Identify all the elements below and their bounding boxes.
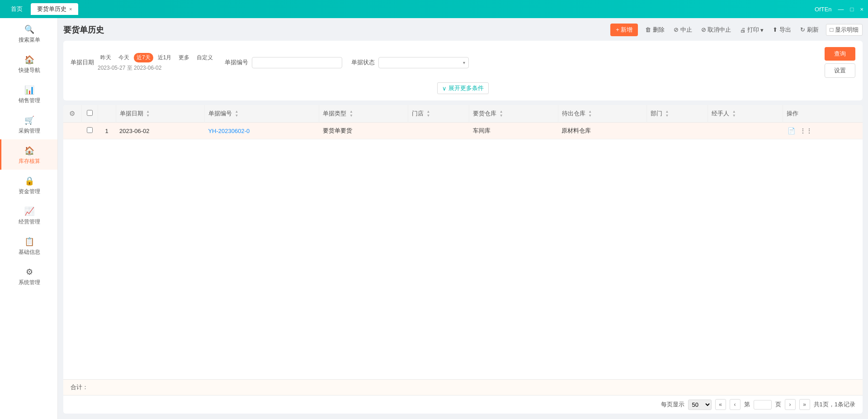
ops-mgmt-icon: 📈	[24, 206, 34, 216]
col-handler-label: 经手人	[712, 110, 729, 117]
cancel-stop-button[interactable]: ⊘ 取消中止	[699, 24, 733, 35]
query-button[interactable]: 查询	[825, 47, 855, 61]
row-pending-warehouse: 原材料仓库	[561, 127, 591, 134]
date-filter: 单据日期 昨天 今天 近7天 近1月 更多 自定义 2023-05-27 至 2…	[71, 53, 216, 72]
print-button[interactable]: 🖨 打印 ▾	[738, 24, 765, 35]
date-shortcut-custom[interactable]: 自定义	[194, 53, 216, 62]
sidebar-item-purchase-mgmt-label: 采购管理	[19, 127, 40, 135]
last-page-button[interactable]: »	[799, 399, 810, 410]
col-doc-date-label: 单据日期	[120, 110, 143, 117]
query-buttons: 查询 设置	[825, 47, 855, 78]
first-page-button[interactable]: «	[715, 399, 726, 410]
sidebar-item-basic-info[interactable]: 📋 基础信息	[0, 230, 57, 261]
tab-requisition-history-label: 要货单历史	[37, 5, 66, 13]
store-sort-icon[interactable]: ▲▼	[426, 110, 430, 118]
pending-warehouse-sort-icon[interactable]: ▲▼	[588, 110, 592, 118]
top-right: OfTEn — □ ×	[815, 6, 863, 13]
sidebar-item-inventory-label: 库存核算	[19, 157, 40, 165]
row-doc-number-link[interactable]: YH-20230602-0	[208, 128, 250, 134]
date-shortcut-today[interactable]: 今天	[116, 53, 132, 62]
doc-number-sort-icon[interactable]: ▲▼	[235, 110, 239, 118]
sidebar-item-basic-info-label: 基础信息	[19, 248, 40, 256]
doc-type-sort-icon[interactable]: ▲▼	[349, 110, 353, 118]
sidebar-item-purchase-mgmt[interactable]: 🛒 采购管理	[0, 109, 57, 139]
handler-sort-icon[interactable]: ▲▼	[732, 110, 736, 118]
date-shortcut-more[interactable]: 更多	[176, 53, 192, 62]
finance-mgmt-icon: 🔒	[24, 176, 34, 186]
row-more-icon[interactable]: ⋮⋮	[799, 126, 813, 135]
column-settings-icon[interactable]: ⚙	[69, 110, 75, 117]
sidebar-item-finance-mgmt[interactable]: 🔒 资金管理	[0, 170, 57, 200]
row-doc-type: 要货单要货	[323, 127, 352, 134]
refresh-button[interactable]: ↻ 刷新	[798, 24, 821, 35]
toolbar: + 新增 🗑 删除 ⊘ 中止 ⊘ 取消中止 🖨 打印 ▾ ⬆ 导出 ↻ 刷新 □…	[610, 24, 863, 36]
sidebar-item-quick-nav[interactable]: 🏠 快捷导航	[0, 48, 57, 79]
prev-page-button[interactable]: ‹	[730, 399, 741, 410]
doc-status-wrapper: ▾	[378, 57, 469, 68]
row-handler-cell	[708, 123, 783, 139]
date-shortcut-yesterday[interactable]: 昨天	[98, 53, 114, 62]
next-page-button[interactable]: ›	[785, 399, 796, 410]
close-button[interactable]: ×	[860, 6, 863, 13]
col-handler-header: 经手人 ▲▼	[708, 105, 783, 123]
print-dropdown-icon: ▾	[760, 27, 764, 33]
brand-label: OfTEn	[815, 6, 832, 13]
per-page-label: 每页显示	[661, 400, 684, 409]
summary-label: 合计：	[71, 383, 88, 391]
doc-number-filter: 单据编号	[225, 57, 342, 68]
pagination-bar: 每页显示 50 10 20 100 « ‹ 第 1 页 › » 共1页，1条记录	[63, 395, 863, 414]
tab-close-icon[interactable]: ×	[69, 6, 72, 12]
settings-button[interactable]: 设置	[825, 63, 855, 78]
doc-number-input[interactable]	[252, 57, 342, 68]
page-input[interactable]: 1	[754, 400, 772, 409]
display-detail-button[interactable]: □ 显示明细	[826, 24, 863, 36]
row-operation-cell: 📄 ⋮⋮	[783, 123, 863, 139]
row-doc-number-cell: YH-20230602-0	[204, 123, 319, 139]
sidebar-item-ops-mgmt[interactable]: 📈 经营管理	[0, 200, 57, 230]
new-button[interactable]: + 新增	[610, 24, 638, 36]
req-warehouse-sort-icon[interactable]: ▲▼	[500, 110, 503, 118]
row-department-cell	[646, 123, 708, 139]
tab-home[interactable]: 首页	[5, 3, 29, 15]
department-sort-icon[interactable]: ▲▼	[665, 110, 669, 118]
sidebar-item-sys-mgmt[interactable]: ⚙ 系统管理	[0, 261, 57, 291]
sidebar-item-sales-mgmt[interactable]: 📊 销售管理	[0, 79, 57, 109]
col-doc-date-header: 单据日期 ▲▼	[116, 105, 204, 123]
col-store-header: 门店 ▲▼	[408, 105, 469, 123]
col-req-warehouse-header: 要货仓库 ▲▼	[469, 105, 558, 123]
sidebar-item-sales-mgmt-label: 销售管理	[19, 97, 40, 105]
select-all-checkbox[interactable]	[87, 110, 93, 116]
top-bar: 首页 要货单历史 × OfTEn — □ ×	[0, 0, 868, 18]
date-shortcut-7days[interactable]: 近7天	[134, 53, 153, 62]
basic-info-icon: 📋	[24, 237, 34, 247]
per-page-select[interactable]: 50 10 20 100	[688, 400, 712, 410]
stop-button[interactable]: ⊘ 中止	[672, 24, 694, 35]
sidebar-item-ops-mgmt-label: 经营管理	[19, 218, 40, 226]
sidebar-item-inventory[interactable]: 🏠 库存核算	[0, 139, 57, 170]
minimize-button[interactable]: —	[838, 6, 844, 13]
date-shortcut-1month[interactable]: 近1月	[155, 53, 175, 62]
filter-area: 单据日期 昨天 今天 近7天 近1月 更多 自定义 2023-05-27 至 2…	[63, 41, 863, 100]
table-container: ⚙ 单据日期 ▲▼ 单据编号	[63, 105, 863, 379]
doc-status-select[interactable]	[378, 57, 469, 68]
date-shortcuts: 昨天 今天 近7天 近1月 更多 自定义	[98, 53, 216, 62]
sidebar-item-search-menu[interactable]: 🔍 搜索菜单	[0, 18, 57, 48]
sales-mgmt-icon: 📊	[24, 85, 34, 95]
sidebar-item-search-menu-label: 搜索菜单	[19, 36, 40, 44]
main-layout: 🔍 搜索菜单 🏠 快捷导航 📊 销售管理 🛒 采购管理 🏠 库存核算 🔒 资金管…	[0, 18, 868, 419]
expand-more-button[interactable]: ∨ 展开更多条件	[437, 82, 489, 94]
export-button[interactable]: ⬆ 导出	[771, 24, 793, 35]
filter-row: 单据日期 昨天 今天 近7天 近1月 更多 自定义 2023-05-27 至 2…	[71, 47, 855, 78]
date-range-text: 2023-05-27 至 2023-06-02	[98, 64, 216, 72]
tab-requisition-history[interactable]: 要货单历史 ×	[31, 3, 78, 15]
maximize-button[interactable]: □	[850, 6, 854, 13]
row-checkbox-cell	[81, 123, 98, 139]
col-checkbox-header	[81, 105, 98, 123]
row-num-cell: 1	[98, 123, 116, 139]
row-view-icon[interactable]: 📄	[787, 126, 796, 135]
quick-nav-icon: 🏠	[24, 55, 34, 65]
delete-button[interactable]: 🗑 删除	[643, 24, 666, 35]
row-checkbox[interactable]	[87, 127, 93, 133]
row-req-warehouse: 车间库	[473, 127, 491, 134]
doc-date-sort-icon[interactable]: ▲▼	[146, 110, 150, 118]
